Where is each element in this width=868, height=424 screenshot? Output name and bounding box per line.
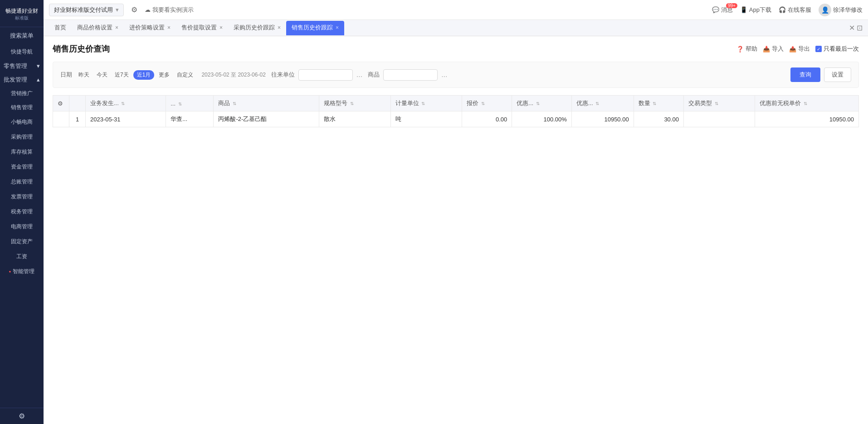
sidebar-logo: 畅捷通好业财 标准版 bbox=[0, 0, 44, 27]
product-input[interactable] bbox=[383, 69, 438, 81]
source-unit-filter-group: 往来单位 ... bbox=[271, 69, 362, 81]
td-pretax-price: 10950.00 bbox=[755, 111, 859, 127]
sidebar-item-invoice[interactable]: 发票管理 bbox=[0, 189, 44, 204]
th-product[interactable]: 商品 ⇅ bbox=[214, 96, 319, 111]
tab-purchase-strategy-close[interactable]: × bbox=[167, 24, 171, 31]
tab-bar: 首页 商品价格设置 × 进价策略设置 × 售价提取设置 × 采购历史价跟踪 × … bbox=[44, 20, 868, 36]
query-button[interactable]: 查询 bbox=[790, 67, 820, 82]
th-pretax-price[interactable]: 优惠前无税单价 ⇅ bbox=[755, 96, 859, 111]
tab-product-price[interactable]: 商品价格设置 × bbox=[72, 21, 124, 35]
th-unit[interactable]: 计量单位 ⇅ bbox=[390, 96, 462, 111]
sidebar-item-payroll[interactable]: 工资 bbox=[0, 249, 44, 264]
sidebar-item-retail[interactable]: 零售管理 ▾ bbox=[0, 59, 44, 73]
tab-purchase-history[interactable]: 采购历史价跟踪 × bbox=[228, 21, 286, 35]
demo-link[interactable]: ☁ 我要看实例演示 bbox=[145, 6, 194, 14]
sidebar-item-ecommerce[interactable]: 电商管理 bbox=[0, 219, 44, 234]
app-selector[interactable]: 好业财标准版交付试用 ▾ bbox=[49, 4, 124, 16]
sidebar-item-sales[interactable]: 销售管理 bbox=[0, 101, 44, 115]
import-button[interactable]: 📥 导入 bbox=[763, 45, 784, 53]
sidebar-item-tax[interactable]: 税务管理 bbox=[0, 204, 44, 219]
tab-purchase-strategy[interactable]: 进价策略设置 × bbox=[124, 21, 176, 35]
td-spec: 散水 bbox=[319, 111, 391, 127]
app-settings-button[interactable]: ⚙ bbox=[127, 3, 141, 17]
sidebar-item-ledger[interactable]: 总账管理 bbox=[0, 174, 44, 189]
sidebar-item-wholesale[interactable]: 批发管理 ▴ bbox=[0, 73, 44, 87]
tab-product-price-close[interactable]: × bbox=[115, 24, 118, 31]
td-gear bbox=[53, 111, 69, 127]
tab-sale-history-label: 销售历史价跟踪 bbox=[292, 24, 333, 32]
app-download-button[interactable]: 📱 App下载 bbox=[740, 6, 771, 14]
filter-actions: 查询 设置 bbox=[790, 67, 851, 82]
tab-close-all-icon[interactable]: ✕ bbox=[849, 24, 855, 32]
sort-icon-tx-type: ⇅ bbox=[715, 101, 718, 106]
th-more-cols[interactable]: ... ⇅ bbox=[166, 96, 214, 111]
page-title: 销售历史价查询 bbox=[53, 43, 110, 54]
tab-sale-history-close[interactable]: × bbox=[336, 24, 339, 31]
sort-icon-biz-date: ⇅ bbox=[121, 101, 125, 106]
sort-icon-spec: ⇅ bbox=[350, 101, 354, 106]
date-option-last1m[interactable]: 近1月 bbox=[133, 70, 155, 80]
table-row[interactable]: 1 2023-05-31 华查... 丙烯酸-2-乙基己酯 散水 吨 0.00 … bbox=[53, 111, 859, 127]
only-last-checkbox[interactable]: ✓ 只看最后一次 bbox=[815, 45, 859, 53]
data-table: ⚙ 业务发生... ⇅ ... ⇅ 商品 ⇅ bbox=[53, 95, 859, 127]
sidebar-quick-nav[interactable]: 快捷导航 bbox=[0, 44, 44, 59]
tab-maximize-icon[interactable]: ⊡ bbox=[857, 24, 863, 32]
tab-purchase-history-label: 采购历史价跟踪 bbox=[234, 24, 275, 32]
td-tx-type bbox=[683, 111, 755, 127]
date-option-last7[interactable]: 近7天 bbox=[112, 70, 132, 80]
tab-sale-extract-label: 售价提取设置 bbox=[181, 24, 217, 32]
sidebar-item-smart[interactable]: 智能管理 bbox=[0, 264, 44, 279]
td-discount1: 100.00% bbox=[512, 111, 572, 127]
tab-sale-history[interactable]: 销售历史价跟踪 × bbox=[286, 21, 344, 35]
td-product: 丙烯酸-2-乙基己酯 bbox=[214, 111, 319, 127]
date-option-more[interactable]: 更多 bbox=[156, 70, 172, 80]
app-edition: 标准版 bbox=[15, 15, 29, 21]
only-last-label: 只看最后一次 bbox=[824, 45, 859, 53]
tab-bar-actions: ✕ ⊡ bbox=[849, 24, 863, 32]
filter-settings-button[interactable]: 设置 bbox=[824, 67, 851, 82]
export-button[interactable]: 📤 导出 bbox=[789, 45, 810, 53]
tab-home[interactable]: 首页 bbox=[49, 21, 72, 35]
th-tx-type[interactable]: 交易类型 ⇅ bbox=[683, 96, 755, 111]
th-discount1[interactable]: 优惠... ⇅ bbox=[512, 96, 572, 111]
avatar: 👤 bbox=[819, 4, 831, 16]
th-price[interactable]: 报价 ⇅ bbox=[462, 96, 512, 111]
date-option-today[interactable]: 今天 bbox=[94, 70, 110, 80]
th-biz-date[interactable]: 业务发生... ⇅ bbox=[86, 96, 166, 111]
th-spec[interactable]: 规格型号 ⇅ bbox=[319, 96, 391, 111]
page-actions: ❓ 帮助 📥 导入 📤 导出 ✓ 只看最后一次 bbox=[736, 45, 859, 53]
date-range: 2023-05-02 至 2023-06-02 bbox=[201, 71, 265, 79]
sidebar-settings-icon[interactable]: ⚙ bbox=[4, 412, 40, 420]
sort-icon-discount1: ⇅ bbox=[536, 101, 540, 106]
source-unit-input[interactable] bbox=[298, 69, 353, 81]
tab-purchase-history-close[interactable]: × bbox=[278, 24, 281, 31]
user-info[interactable]: 👤 徐泽华修改 bbox=[819, 4, 863, 16]
sidebar-item-ecommerce-small[interactable]: 小畅电商 bbox=[0, 115, 44, 130]
messages-button[interactable]: 💬 消息 99+ bbox=[712, 6, 733, 14]
tab-sale-extract-close[interactable]: × bbox=[219, 24, 223, 31]
tab-sale-extract[interactable]: 售价提取设置 × bbox=[176, 21, 228, 35]
online-service-button[interactable]: 🎧 在线客服 bbox=[779, 6, 811, 14]
sidebar-item-fixed-assets[interactable]: 固定资产 bbox=[0, 234, 44, 249]
sidebar-item-inventory[interactable]: 库存核算 bbox=[0, 145, 44, 159]
th-discount2[interactable]: 优惠... ⇅ bbox=[571, 96, 634, 111]
th-gear[interactable]: ⚙ bbox=[53, 96, 69, 111]
sidebar-item-purchase[interactable]: 采购管理 bbox=[0, 130, 44, 145]
help-button[interactable]: ❓ 帮助 bbox=[736, 45, 757, 53]
th-qty[interactable]: 数量 ⇅ bbox=[634, 96, 683, 111]
checkbox-checked-icon: ✓ bbox=[815, 46, 822, 52]
td-idx: 1 bbox=[69, 111, 86, 127]
sidebar-item-finance[interactable]: 资金管理 bbox=[0, 159, 44, 174]
user-name: 徐泽华修改 bbox=[833, 6, 863, 14]
date-option-yesterday[interactable]: 昨天 bbox=[76, 70, 92, 80]
export-icon: 📤 bbox=[789, 46, 796, 53]
product-dots[interactable]: ... bbox=[441, 71, 447, 79]
sort-icon-price: ⇅ bbox=[481, 101, 485, 106]
source-unit-dots[interactable]: ... bbox=[356, 71, 362, 79]
sidebar-search[interactable]: 搜索菜单 bbox=[0, 27, 44, 44]
sidebar-item-marketing[interactable]: 营销推广 bbox=[0, 87, 44, 101]
date-option-custom[interactable]: 自定义 bbox=[174, 70, 196, 80]
import-icon: 📥 bbox=[763, 46, 770, 53]
td-biz-date: 2023-05-31 bbox=[86, 111, 166, 127]
content-area: 销售历史价查询 ❓ 帮助 📥 导入 📤 导出 ✓ 只看最后一次 bbox=[44, 36, 868, 424]
